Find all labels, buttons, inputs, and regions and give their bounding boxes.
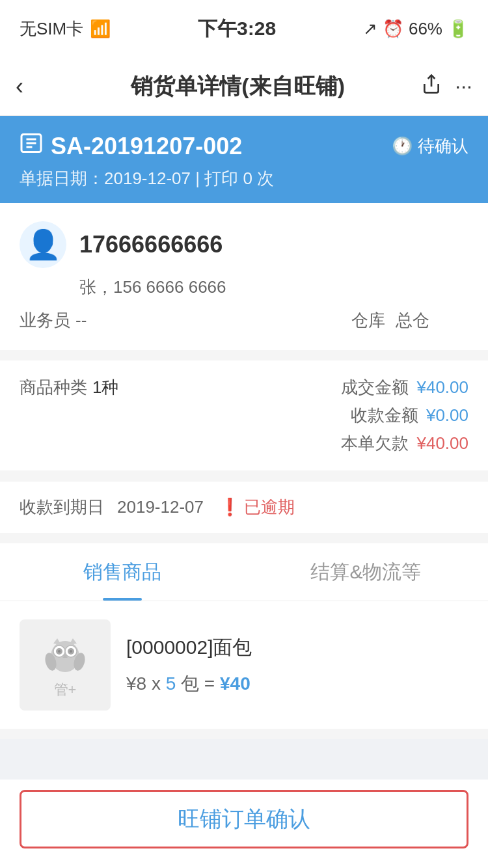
amount-info: 成交金额 ¥40.00 收款金额 ¥0.00 本单欠款 ¥40.00 (341, 376, 468, 455)
customer-phone: 17666666666 (79, 231, 223, 258)
order-header-card: SA-20191207-002 🕐 待确认 单据日期：2019-12-07 | … (0, 116, 488, 203)
tab-products[interactable]: 销售商品 (0, 543, 244, 601)
product-thumbnail: 管+ (20, 619, 111, 711)
svg-point-11 (70, 650, 72, 653)
tabs-section: 销售商品 结算&物流等 (0, 543, 488, 601)
customer-header: 👤 17666666666 (20, 221, 468, 268)
avatar-icon: 👤 (25, 228, 61, 262)
order-status: 🕐 待确认 (392, 135, 468, 157)
table-row: 管+ [0000002]面包 ¥8 x 5 包 = ¥40 (0, 601, 488, 729)
owl-logo-icon (39, 631, 91, 676)
due-date-section: 收款到期日 2019-12-07 ❗ 已逾期 (0, 481, 488, 533)
summary-row: 商品种类 1种 成交金额 ¥40.00 收款金额 ¥0.00 本单欠款 ¥40.… (20, 376, 468, 455)
nav-bar: ‹ 销货单详情(来自旺铺) ··· (0, 57, 488, 116)
overdue-badge: ❗ 已逾期 (219, 496, 295, 519)
product-list: 管+ [0000002]面包 ¥8 x 5 包 = ¥40 (0, 601, 488, 729)
svg-marker-13 (53, 638, 61, 645)
overdue-text: 已逾期 (244, 496, 295, 519)
summary-section: 商品种类 1种 成交金额 ¥40.00 收款金额 ¥0.00 本单欠款 ¥40.… (0, 360, 488, 470)
order-date: 单据日期：2019-12-07 | 打印 0 次 (20, 167, 468, 190)
nav-actions: ··· (421, 74, 472, 100)
alarm-icon: ⏰ (383, 19, 403, 39)
due-date-label: 收款到期日 (20, 496, 104, 519)
salesman-meta: 业务员 -- (20, 309, 87, 332)
svg-point-10 (58, 650, 61, 653)
status-bar: 无SIM卡 📶 下午3:28 ↗ ⏰ 66% 🔋 (0, 0, 488, 57)
order-header-top: SA-20191207-002 🕐 待确认 (20, 131, 468, 161)
status-right: ↗ ⏰ 66% 🔋 (363, 19, 468, 39)
product-qty: 5 (166, 673, 176, 694)
status-clock-icon: 🕐 (392, 136, 413, 156)
svg-marker-14 (69, 638, 77, 645)
owed-amount-row: 本单欠款 ¥40.00 (341, 432, 468, 455)
type-label: 商品种类 (20, 376, 87, 399)
order-id: SA-20191207-002 (20, 131, 242, 161)
tabs: 销售商品 结算&物流等 (0, 543, 488, 601)
product-price: ¥8 x 5 包 = ¥40 (126, 671, 468, 696)
received-amount-row: 收款金额 ¥0.00 (351, 404, 468, 427)
warehouse-label: 仓库 (351, 309, 385, 332)
confirm-order-button[interactable]: 旺铺订单确认 (20, 790, 468, 848)
product-thumb-inner: 管+ (39, 631, 91, 699)
customer-meta: 业务员 -- 仓库 总仓 (20, 309, 468, 332)
owed-amount-value: ¥40.00 (416, 433, 468, 454)
type-value: 1种 (92, 376, 118, 399)
salesman-label: 业务员 (20, 309, 70, 332)
product-type-info: 商品种类 1种 (20, 376, 118, 399)
product-name: [0000002]面包 (126, 634, 468, 661)
overdue-icon: ❗ (219, 497, 240, 517)
battery-label: 66% (409, 19, 442, 39)
salesman-value: -- (75, 310, 87, 331)
brand-plus-label: 管+ (54, 680, 77, 699)
deal-amount-value: ¥40.00 (416, 377, 468, 398)
warehouse-value: 总仓 (396, 309, 429, 332)
tab-settlement[interactable]: 结算&物流等 (244, 543, 488, 601)
carrier-label: 无SIM卡 (20, 18, 83, 40)
location-icon: ↗ (363, 19, 377, 39)
status-text: 待确认 (418, 135, 468, 157)
warehouse-meta: 仓库 总仓 (351, 309, 429, 332)
product-total: ¥40 (220, 673, 251, 694)
status-time: 下午3:28 (198, 16, 276, 42)
product-info: [0000002]面包 ¥8 x 5 包 = ¥40 (126, 634, 468, 696)
battery-icon: 🔋 (448, 19, 468, 39)
back-button[interactable]: ‹ (16, 73, 55, 100)
received-amount-value: ¥0.00 (426, 405, 468, 426)
customer-name: 张，156 6666 6666 (79, 276, 468, 299)
more-icon[interactable]: ··· (455, 74, 472, 98)
deal-amount-label: 成交金额 (341, 376, 409, 399)
due-date-value: 2019-12-07 (117, 497, 204, 517)
avatar: 👤 (20, 221, 66, 268)
share-icon[interactable] (421, 74, 442, 100)
owed-amount-label: 本单欠款 (341, 432, 409, 455)
received-amount-label: 收款金额 (351, 404, 418, 427)
status-left: 无SIM卡 📶 (20, 18, 111, 40)
page-title: 销货单详情(来自旺铺) (131, 72, 345, 102)
bottom-bar: 旺铺订单确认 (0, 780, 488, 868)
customer-section: 👤 17666666666 张，156 6666 6666 业务员 -- 仓库 … (0, 203, 488, 350)
wifi-icon: 📶 (90, 19, 111, 39)
deal-amount-row: 成交金额 ¥40.00 (341, 376, 468, 399)
order-icon (20, 131, 43, 161)
